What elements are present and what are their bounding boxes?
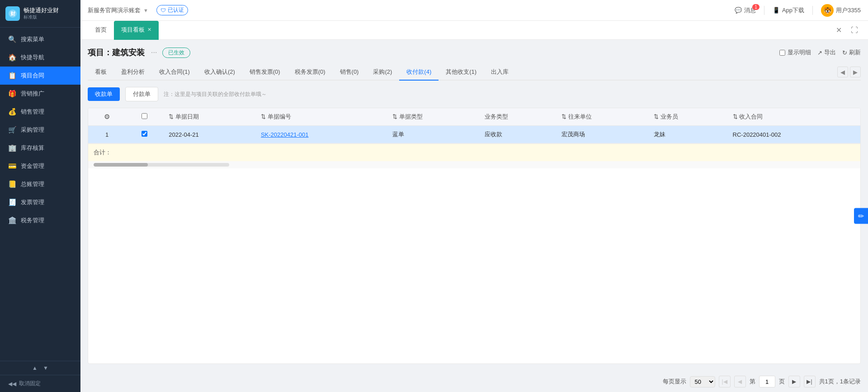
- scroll-track[interactable]: [94, 163, 229, 167]
- filter-note: 注：这里是与项目关联的全部收付款单哦～: [164, 91, 267, 98]
- show-detail-input[interactable]: [779, 50, 785, 56]
- sub-tab-盈利分析[interactable]: 盈利分析: [114, 64, 152, 81]
- select-all-checkbox[interactable]: [142, 113, 147, 119]
- more-icon[interactable]: ···: [151, 48, 157, 57]
- sidebar-item-finance[interactable]: 💳资金管理: [0, 157, 80, 175]
- user-btn[interactable]: 🐯 用户3355: [821, 4, 861, 17]
- sidebar-scroll-up[interactable]: ▲: [29, 364, 40, 372]
- first-page-btn[interactable]: |◀: [719, 376, 731, 387]
- certified-badge: 🛡 已认证: [156, 5, 188, 15]
- sidebar-item-quicknav[interactable]: 🏠快捷导航: [0, 48, 80, 67]
- message-btn[interactable]: 💬 消息 1: [735, 6, 756, 14]
- col-contract: ⇅ 收入合同: [727, 108, 860, 126]
- total-label: 合计：: [94, 148, 111, 157]
- sidebar-icon-marketing: 🎁: [8, 90, 16, 98]
- pay-btn[interactable]: 付款单: [125, 87, 158, 101]
- per-page-select[interactable]: 50 100 200: [690, 376, 715, 387]
- cell-biz-type: 应收款: [479, 126, 557, 143]
- row-checkbox[interactable]: [142, 131, 147, 137]
- app-logo: 财: [5, 6, 20, 21]
- sidebar-label-search: 搜索菜单: [21, 35, 44, 43]
- col-type: ⇅ 单据类型: [387, 108, 479, 126]
- column-settings-btn[interactable]: ⚙: [104, 113, 110, 121]
- export-icon: ↗: [817, 49, 822, 56]
- sidebar-unpin-btn[interactable]: ◀◀ 取消固定: [0, 375, 80, 392]
- sort-icon6: ⇅: [733, 113, 738, 120]
- account-selector[interactable]: 新服务官网演示账套 ▼: [88, 6, 148, 14]
- sub-tab-看板[interactable]: 看板: [88, 64, 114, 81]
- sidebar-item-ledger[interactable]: 📒总账管理: [0, 175, 80, 193]
- sidebar-item-inventory[interactable]: 🏢库存核算: [0, 139, 80, 157]
- receive-btn[interactable]: 收款单: [88, 87, 120, 101]
- tab-home[interactable]: 首页: [88, 21, 114, 40]
- sidebar-item-contract[interactable]: 📋项目合同: [0, 67, 80, 85]
- maximize-window-btn[interactable]: ⛶: [848, 25, 861, 35]
- sidebar-scroll-down[interactable]: ▼: [40, 364, 51, 372]
- sidebar-item-purchase[interactable]: 🛒采购管理: [0, 121, 80, 139]
- last-page-btn[interactable]: ▶|: [804, 376, 816, 387]
- page-content: 项目：建筑安装 ··· 已生效 显示明细 ↗ 导出 ↻ 刷新: [80, 40, 868, 371]
- sub-tab-销售(0)[interactable]: 销售(0): [333, 64, 366, 81]
- prev-page-btn[interactable]: ◀: [734, 376, 746, 387]
- close-icon[interactable]: ✕: [147, 27, 151, 33]
- sidebar-icon-ledger: 📒: [8, 180, 16, 188]
- sub-tab-税务发票(0)[interactable]: 税务发票(0): [288, 64, 333, 81]
- sub-tab-收付款(4)[interactable]: 收付款(4): [399, 64, 439, 81]
- tab-project-board[interactable]: 项目看板 ✕: [114, 21, 159, 40]
- sidebar-icon-sales: 💰: [8, 108, 16, 116]
- col-partner: ⇅ 往来单位: [556, 108, 648, 126]
- next-page-btn[interactable]: ▶: [788, 376, 800, 387]
- tab-project-board-label: 项目看板: [121, 26, 145, 34]
- sidebar-icon-contract: 📋: [8, 72, 16, 80]
- avatar: 🐯: [821, 4, 834, 17]
- sub-tab-其他收支(1)[interactable]: 其他收支(1): [439, 64, 484, 81]
- chevron-down-icon: ▼: [143, 8, 148, 13]
- scroll-thumb[interactable]: [94, 163, 148, 167]
- sidebar-item-sales[interactable]: 💰销售管理: [0, 103, 80, 121]
- sidebar-item-search[interactable]: 🔍搜索菜单: [0, 30, 80, 48]
- sidebar-item-marketing[interactable]: 🎁营销推广: [0, 85, 80, 103]
- col-date: ⇅ 单据日期: [163, 108, 255, 126]
- export-btn[interactable]: ↗ 导出: [817, 48, 836, 57]
- sidebar-label-sales: 销售管理: [21, 108, 44, 116]
- sub-tab-收入确认(2)[interactable]: 收入确认(2): [197, 64, 242, 81]
- show-detail-label: 显示明细: [788, 48, 811, 57]
- project-name: 建筑安装: [112, 48, 145, 57]
- app-title-block: 畅捷通好业财 标准版: [24, 7, 59, 21]
- cell-checkbox: [126, 126, 163, 143]
- sub-tab-出入库[interactable]: 出入库: [484, 64, 516, 81]
- page-label: 第: [750, 378, 755, 386]
- main-content: 新服务官网演示账套 ▼ 🛡 已认证 💬 消息 1 📱 App下载 🐯 用户335…: [80, 0, 868, 392]
- page-input[interactable]: [759, 376, 775, 387]
- project-actions: 显示明细 ↗ 导出 ↻ 刷新: [779, 48, 861, 57]
- refresh-btn[interactable]: ↻ 刷新: [842, 48, 861, 57]
- sidebar-item-invoice[interactable]: 🧾发票管理: [0, 193, 80, 211]
- app-download-btn[interactable]: 📱 App下载: [773, 6, 804, 14]
- filter-bar: 收款单 付款单 注：这里是与项目关联的全部收付款单哦～: [88, 87, 861, 101]
- export-label: 导出: [824, 48, 836, 57]
- user-label: 用户3355: [836, 6, 861, 14]
- cell-date: 2022-04-21: [163, 126, 255, 143]
- refresh-label: 刷新: [849, 48, 861, 57]
- sidebar: 财 畅捷通好业财 标准版 🔍搜索菜单🏠快捷导航📋项目合同🎁营销推广💰销售管理🛒采…: [0, 0, 80, 392]
- document-link[interactable]: SK-20220421-001: [261, 131, 309, 138]
- sub-tab-next-btn[interactable]: ▶: [850, 67, 861, 77]
- show-detail-checkbox[interactable]: 显示明细: [779, 48, 811, 57]
- float-edit-btn[interactable]: ✏: [854, 208, 868, 224]
- sub-tab-收入合同(1)[interactable]: 收入合同(1): [152, 64, 197, 81]
- sub-tab-prev-btn[interactable]: ◀: [837, 67, 848, 77]
- divider2: [812, 6, 813, 15]
- sidebar-label-tax: 税务管理: [21, 216, 44, 225]
- sub-tab-采购(2)[interactable]: 采购(2): [366, 64, 399, 81]
- horizontal-scrollbar[interactable]: [88, 161, 860, 168]
- cell-number[interactable]: SK-20220421-001: [255, 126, 387, 143]
- sidebar-item-tax[interactable]: 🏛️税务管理: [0, 211, 80, 229]
- close-window-btn[interactable]: ✕: [833, 25, 844, 35]
- sort-icon2: ⇅: [261, 113, 266, 120]
- table-header-row: ⚙ ⇅ 单据日期 ⇅ 单据编号 ⇅ 单据类型 业务类型 ⇅ 往来单位 ⇅ 业务员: [88, 108, 860, 126]
- sidebar-label-purchase: 采购管理: [21, 126, 44, 134]
- data-table: ⚙ ⇅ 单据日期 ⇅ 单据编号 ⇅ 单据类型 业务类型 ⇅ 往来单位 ⇅ 业务员: [88, 108, 860, 143]
- sub-tab-销售发票(0)[interactable]: 销售发票(0): [242, 64, 288, 81]
- sort-icon3: ⇅: [392, 113, 397, 120]
- col-checkbox: [126, 108, 163, 126]
